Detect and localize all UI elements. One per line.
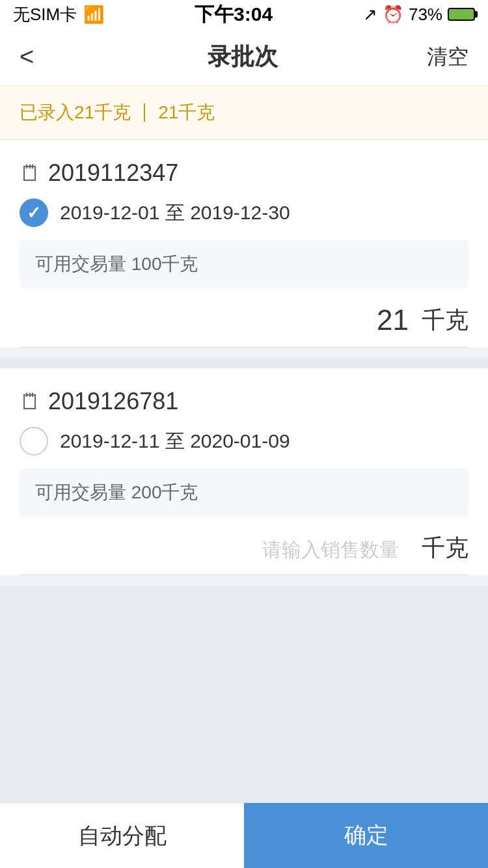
batch-date-1: 2019-12-01 至 2019-12-30 [60,200,290,226]
batch-icon-1: 🗒 [20,161,42,186]
batch-id-2: 2019126781 [48,388,178,415]
wifi-icon: 📶 [83,5,104,25]
page-title: 录批次 [208,41,278,73]
battery-percent: 73% [409,5,442,25]
clear-button[interactable]: 清空 [427,43,468,72]
battery-icon [448,8,475,21]
nav-bar: < 录批次 清空 [0,29,488,86]
status-time: 下午3:04 [195,1,273,28]
batch-header-2: 🗒 2019126781 [20,388,468,415]
batch-card-1: 🗒 2019112347 2019-12-01 至 2019-12-30 可用交… [0,140,488,347]
qty-row-2: 千克 [0,517,488,575]
summary-divider [144,103,145,122]
total-label: 21千克 [158,100,215,125]
radio-button-1[interactable] [20,198,48,227]
qty-unit-2: 千克 [422,532,468,564]
auto-distribute-button[interactable]: 自动分配 [0,803,244,868]
available-qty-1: 可用交易量 100千克 [20,240,468,288]
qty-input-2[interactable] [239,535,409,562]
qty-divider-2 [20,575,468,575]
alarm-icon: ⏰ [383,5,403,25]
back-button[interactable]: < [20,43,59,71]
batch-date-row-2[interactable]: 2019-12-11 至 2020-01-09 [20,427,468,455]
batch-icon-2: 🗒 [20,389,42,414]
confirm-button[interactable]: 确定 [244,803,488,868]
status-left: 无SIM卡 📶 [13,3,104,26]
radio-button-2[interactable] [20,427,48,455]
qty-divider-1 [20,347,468,347]
batch-header-1: 🗒 2019112347 [20,159,468,187]
qty-row-1: 21 千克 [0,288,488,347]
batch-date-row-1[interactable]: 2019-12-01 至 2019-12-30 [20,198,468,227]
qty-input-container-2[interactable] [20,535,409,562]
location-icon: ↗ [363,5,377,25]
summary-bar: 已录入21千克 21千克 [0,86,488,140]
batch-id-1: 2019112347 [48,159,178,187]
carrier-text: 无SIM卡 [13,3,77,26]
status-right: ↗ ⏰ 73% [363,5,475,25]
section-separator [0,358,488,368]
action-bar: 自动分配 确定 [0,803,488,868]
qty-unit-1: 千克 [422,305,468,336]
qty-value-1: 21 [377,304,409,336]
batch-date-2: 2019-12-11 至 2020-01-09 [60,428,290,455]
batch-card-2: 🗒 2019126781 2019-12-11 至 2020-01-09 可用交… [0,368,488,575]
recorded-label: 已录入21千克 [20,100,131,125]
status-bar: 无SIM卡 📶 下午3:04 ↗ ⏰ 73% [0,0,488,29]
available-qty-2: 可用交易量 200千克 [20,468,468,517]
content-area: 🗒 2019112347 2019-12-01 至 2019-12-30 可用交… [0,140,488,868]
